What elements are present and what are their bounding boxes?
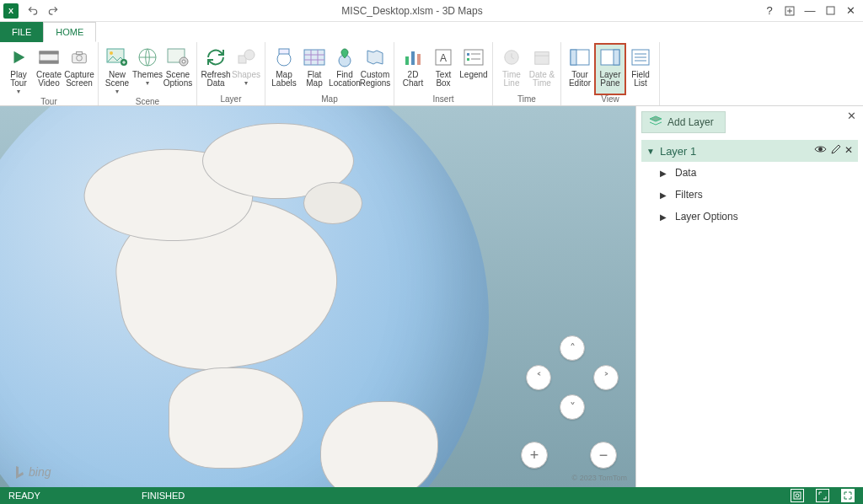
shapes-icon bbox=[233, 46, 259, 69]
delete-icon[interactable]: ✕ bbox=[844, 144, 853, 158]
svg-point-9 bbox=[110, 51, 113, 55]
shapes-button[interactable]: Shapes▾ bbox=[231, 44, 261, 94]
title-bar: X MISC_Desktop.xlsm - 3D Maps ? — ✕ bbox=[0, 0, 863, 22]
group-scene: New Scene▾ Themes▾ Scene Options Scene bbox=[99, 42, 197, 105]
svg-rect-7 bbox=[77, 51, 83, 54]
window-title: MISC_Desktop.xlsm - 3D Maps bbox=[62, 5, 762, 17]
section-layer-options[interactable]: ▶ Layer Options bbox=[641, 206, 858, 228]
close-button[interactable]: ✕ bbox=[843, 3, 858, 19]
textbox-icon: A bbox=[431, 46, 456, 69]
new-scene-button[interactable]: New Scene▾ bbox=[102, 44, 132, 97]
picture-plus-icon bbox=[105, 46, 130, 69]
scene-options-button[interactable]: Scene Options bbox=[163, 44, 193, 97]
group-label: Insert bbox=[432, 94, 453, 105]
bing-logo: bing bbox=[13, 465, 51, 479]
play-tour-button[interactable]: Play Tour▾ bbox=[3, 44, 34, 97]
globe-icon bbox=[135, 46, 160, 69]
zoom-out-button[interactable]: − bbox=[590, 442, 617, 469]
status-ready: READY bbox=[8, 491, 40, 501]
rotate-right-button[interactable]: ˃ bbox=[593, 365, 619, 390]
svg-rect-35 bbox=[571, 50, 576, 65]
svg-rect-43 bbox=[794, 492, 801, 499]
capture-screen-button[interactable]: Capture Screen bbox=[64, 44, 94, 97]
svg-rect-1 bbox=[827, 7, 834, 14]
picture-gear-icon bbox=[165, 46, 190, 69]
rotate-left-button[interactable]: ˂ bbox=[526, 365, 551, 390]
refresh-data-button[interactable]: Refresh Data bbox=[201, 44, 231, 94]
svg-rect-26 bbox=[464, 50, 483, 65]
expand-icon: ▶ bbox=[660, 169, 667, 178]
status-finished: FINISHED bbox=[142, 491, 185, 501]
calendar-icon bbox=[529, 46, 555, 69]
text-box-button[interactable]: A Text Box bbox=[428, 44, 458, 94]
ribbon: Play Tour▾ Create Video Capture Screen T… bbox=[0, 42, 863, 106]
view-full-icon[interactable] bbox=[841, 489, 855, 502]
tilt-down-button[interactable]: ˅ bbox=[560, 394, 585, 420]
svg-point-44 bbox=[796, 494, 799, 497]
date-time-button[interactable]: Date & Time bbox=[527, 44, 557, 94]
rename-icon[interactable] bbox=[830, 144, 841, 158]
panel-left-icon bbox=[567, 46, 592, 69]
find-location-button[interactable]: Find Location bbox=[330, 44, 360, 94]
list-icon bbox=[628, 46, 653, 69]
2d-chart-button[interactable]: 2D Chart bbox=[398, 44, 428, 94]
svg-text:A: A bbox=[440, 52, 447, 64]
flat-map-button[interactable]: Flat Map bbox=[299, 44, 330, 94]
view-normal-icon[interactable] bbox=[791, 489, 804, 502]
legend-icon bbox=[461, 46, 486, 69]
expand-icon: ▶ bbox=[660, 212, 667, 222]
svg-rect-19 bbox=[304, 50, 324, 65]
section-filters[interactable]: ▶ Filters bbox=[641, 184, 858, 206]
tilt-up-button[interactable]: ˄ bbox=[560, 335, 585, 361]
add-layer-button[interactable]: Add Layer bbox=[641, 111, 726, 133]
help-button[interactable]: ? bbox=[762, 3, 777, 19]
group-label: Map bbox=[321, 94, 337, 105]
svg-rect-28 bbox=[467, 58, 469, 61]
chevron-down-icon: ▾ bbox=[244, 80, 248, 87]
svg-rect-4 bbox=[40, 61, 58, 63]
panel-right-icon bbox=[598, 46, 623, 69]
map-labels-button[interactable]: Map Labels bbox=[269, 44, 299, 94]
time-line-button[interactable]: Time Line bbox=[496, 44, 527, 94]
tour-editor-button[interactable]: Tour Editor bbox=[565, 44, 595, 94]
group-label: Layer bbox=[220, 94, 241, 105]
svg-rect-3 bbox=[40, 51, 58, 54]
tab-file[interactable]: FILE bbox=[0, 22, 43, 42]
svg-rect-22 bbox=[411, 51, 415, 65]
field-list-button[interactable]: Field List bbox=[625, 44, 656, 94]
pane-close-button[interactable]: ✕ bbox=[847, 110, 856, 122]
map-view[interactable]: bing ˄ ˂ ˃ ˅ + − © 2023 TomTom bbox=[0, 106, 635, 487]
legend-button[interactable]: Legend bbox=[458, 44, 489, 94]
zoom-in-button[interactable]: + bbox=[521, 442, 548, 469]
undo-button[interactable] bbox=[24, 2, 42, 20]
visibility-icon[interactable] bbox=[814, 144, 827, 158]
refresh-icon bbox=[203, 46, 228, 69]
view-fit-icon[interactable] bbox=[816, 489, 829, 502]
create-video-button[interactable]: Create Video bbox=[34, 44, 64, 97]
svg-point-14 bbox=[182, 60, 185, 63]
svg-point-16 bbox=[244, 50, 255, 60]
map-copyright: © 2023 TomTom bbox=[572, 474, 628, 482]
layers-plus-icon bbox=[649, 115, 662, 130]
layer-header[interactable]: ▼ Layer 1 ✕ bbox=[641, 140, 858, 162]
workspace: bing ˄ ˂ ˃ ˅ + − © 2023 TomTom ✕ Add Lay… bbox=[0, 106, 863, 487]
ribbon-options-button[interactable] bbox=[782, 3, 797, 19]
globe bbox=[0, 106, 489, 487]
play-icon bbox=[6, 46, 31, 69]
redo-button[interactable] bbox=[44, 2, 62, 20]
group-view: Tour Editor Layer Pane Field List View bbox=[561, 42, 660, 105]
minimize-button[interactable]: — bbox=[802, 3, 817, 19]
custom-regions-button[interactable]: Custom Regions bbox=[360, 44, 390, 94]
group-label: View bbox=[601, 94, 619, 105]
chart-icon bbox=[400, 46, 426, 69]
layer-name: Layer 1 bbox=[660, 145, 696, 158]
themes-button[interactable]: Themes▾ bbox=[132, 44, 163, 97]
tab-home[interactable]: HOME bbox=[43, 22, 96, 42]
layer-pane-button[interactable]: Layer Pane bbox=[595, 44, 625, 94]
svg-rect-18 bbox=[279, 49, 289, 54]
maximize-button[interactable] bbox=[823, 3, 838, 19]
clock-icon bbox=[499, 46, 524, 69]
section-data[interactable]: ▶ Data bbox=[641, 162, 858, 184]
collapse-icon: ▼ bbox=[646, 147, 655, 156]
region-icon bbox=[362, 46, 388, 69]
